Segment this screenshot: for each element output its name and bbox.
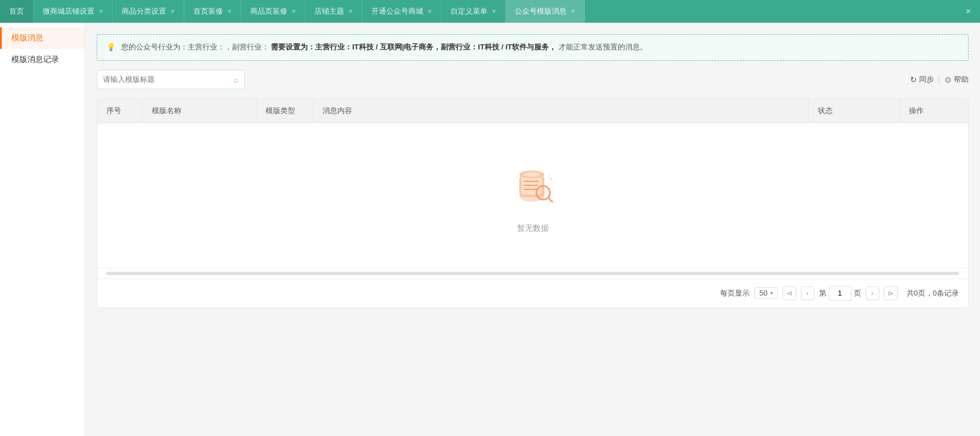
scrollbar-area <box>97 268 968 279</box>
toolbar-divider: | <box>938 75 940 84</box>
page-input[interactable] <box>829 286 851 301</box>
tab-item-open-mall[interactable]: 开通公众号商城× <box>362 0 441 23</box>
horizontal-scrollbar[interactable] <box>106 272 959 275</box>
tab-item-custom-menu[interactable]: 自定义菜单× <box>441 0 506 23</box>
tab-label: 商品页装修 <box>250 6 287 16</box>
total-info: 共0页，0条记录 <box>907 288 959 298</box>
page-input-wrap: 第 页 <box>819 286 861 301</box>
search-button[interactable]: ⌕ <box>234 75 238 84</box>
tab-close-category-setting[interactable]: × <box>171 8 175 15</box>
main-layout: 模版消息模版消息记录 💡 您的公众号行业为：主营行业：，副营行业： 需要设置为：… <box>0 23 980 436</box>
tab-item-template-msg[interactable]: 公众号模版消息× <box>506 0 585 23</box>
pagination: 每页显示 50 ▾ ⊲ ‹ 第 页 › ⊳ 共0页，0条记录 <box>97 279 968 308</box>
notice-icon: 💡 <box>106 43 115 51</box>
notice-box: 💡 您的公众号行业为：主营行业：，副营行业： 需要设置为：主营行业：IT科技 /… <box>97 34 969 61</box>
svg-point-7 <box>524 172 540 177</box>
notice-highlight: 需要设置为：主营行业：IT科技 / 互联网|电子商务，副营行业：IT科技 / I… <box>271 43 556 51</box>
tab-close-open-mall[interactable]: × <box>428 8 432 15</box>
search-input[interactable] <box>103 75 234 84</box>
svg-line-10 <box>548 198 552 202</box>
tab-label: 首页 <box>9 6 24 16</box>
last-page-button[interactable]: ⊳ <box>884 286 898 300</box>
tab-label: 自定义菜单 <box>450 6 487 16</box>
toolbar-right: ↻ 同步 | ⊙ 帮助 <box>910 74 969 85</box>
per-page-value: 50 <box>759 289 767 297</box>
notice-suffix: 才能正常发送预置的消息。 <box>559 43 647 51</box>
sidebar-item-template-msg-log[interactable]: 模版消息记录 <box>0 49 85 70</box>
tab-item-home[interactable]: 首页 <box>0 0 34 23</box>
th-content: 消息内容 <box>313 99 809 123</box>
tab-item-shop-theme[interactable]: 店铺主题× <box>305 0 362 23</box>
next-page-button[interactable]: › <box>866 286 879 300</box>
sync-label: 同步 <box>919 74 934 85</box>
th-type: 模版类型 <box>257 99 313 123</box>
sidebar-item-template-msg[interactable]: 模版消息 <box>0 27 85 49</box>
svg-point-13 <box>553 181 555 183</box>
table-header: 序号 模版名称 模版类型 消息内容 状态 操作 <box>97 99 968 123</box>
tab-label: 公众号模版消息 <box>515 6 567 16</box>
help-icon: ⊙ <box>945 75 952 84</box>
per-page-label: 每页显示 <box>720 288 750 298</box>
help-button[interactable]: ⊙ 帮助 <box>945 74 969 85</box>
th-index: 序号 <box>97 99 143 123</box>
sync-button[interactable]: ↻ 同步 <box>910 74 934 85</box>
th-name: 模版名称 <box>143 99 257 123</box>
prev-page-button[interactable]: ‹ <box>801 286 814 300</box>
empty-text: 暂无数据 <box>517 223 549 234</box>
notice-prefix: 您的公众号行业为：主营行业：，副营行业： <box>121 43 269 51</box>
tab-label: 商品分类设置 <box>122 6 166 16</box>
empty-state: 暂无数据 <box>97 123 968 268</box>
tab-label: 店铺主题 <box>315 6 344 16</box>
page-label: 第 <box>819 288 826 298</box>
svg-point-11 <box>550 178 552 180</box>
tab-label: 首页装修 <box>193 6 223 16</box>
tab-close-shop-theme[interactable]: × <box>349 8 353 15</box>
tab-close-home-decor[interactable]: × <box>228 8 231 15</box>
svg-point-12 <box>548 175 549 176</box>
per-page-chevron: ▾ <box>770 290 773 296</box>
data-table: 序号 模版名称 模版类型 消息内容 状态 操作 <box>97 98 969 308</box>
close-all-button[interactable]: × <box>957 6 980 16</box>
search-input-wrap: ⌕ <box>97 70 245 89</box>
tab-close-product-decor[interactable]: × <box>292 8 296 15</box>
sidebar: 模版消息模版消息记录 <box>0 23 85 436</box>
tab-bar: 首页微商城店铺设置×商品分类设置×首页装修×商品页装修×店铺主题×开通公众号商城… <box>0 0 980 23</box>
page-unit: 页 <box>854 288 861 298</box>
svg-point-9 <box>539 188 548 197</box>
tab-item-product-decor[interactable]: 商品页装修× <box>241 0 305 23</box>
tab-close-custom-menu[interactable]: × <box>492 8 496 15</box>
tab-close-shop-setting[interactable]: × <box>99 8 103 15</box>
tab-close-template-msg[interactable]: × <box>571 8 575 15</box>
empty-illustration <box>505 157 561 214</box>
th-status: 状态 <box>809 99 900 123</box>
per-page-select[interactable]: 50 ▾ <box>754 287 778 299</box>
search-bar: ⌕ ↻ 同步 | ⊙ 帮助 <box>97 70 969 89</box>
tab-label: 微商城店铺设置 <box>43 6 94 16</box>
content-area: 💡 您的公众号行业为：主营行业：，副营行业： 需要设置为：主营行业：IT科技 /… <box>85 23 980 436</box>
th-action: 操作 <box>900 99 968 123</box>
tab-item-category-setting[interactable]: 商品分类设置× <box>113 0 184 23</box>
tab-label: 开通公众号商城 <box>371 6 423 16</box>
tab-item-home-decor[interactable]: 首页装修× <box>184 0 241 23</box>
help-label: 帮助 <box>954 74 969 85</box>
first-page-button[interactable]: ⊲ <box>783 286 796 300</box>
sync-icon: ↻ <box>910 75 917 84</box>
tab-item-shop-setting[interactable]: 微商城店铺设置× <box>34 0 113 23</box>
